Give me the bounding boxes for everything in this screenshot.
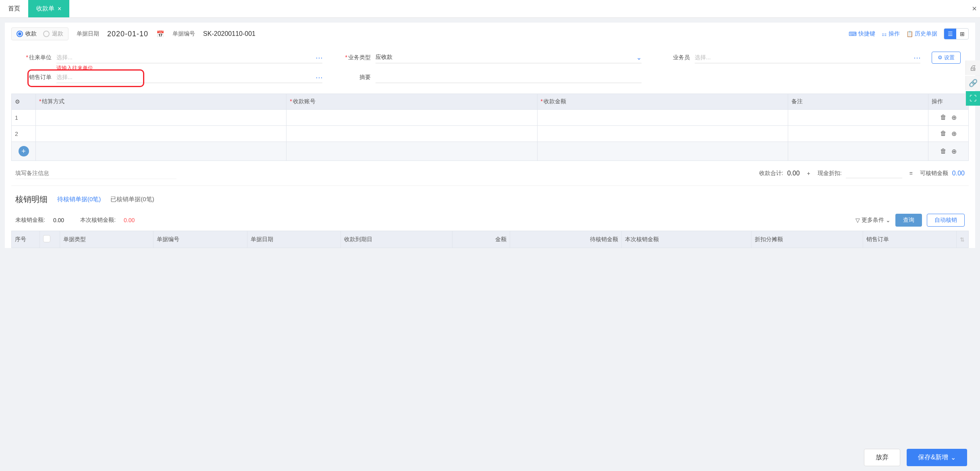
add-icon[interactable]: ⊕ — [951, 130, 957, 138]
expand-icon[interactable]: ⛶ — [965, 91, 980, 106]
col-sales-order: 销售订单 — [863, 231, 956, 248]
col-remark: 备注 — [788, 94, 928, 110]
docno-value: SK-20200110-001 — [203, 30, 255, 38]
settings-button[interactable]: ⚙ 设置 — [932, 52, 961, 64]
row-number: 2 — [12, 126, 36, 142]
add-row-button[interactable]: + — [19, 146, 29, 156]
tab-receipt[interactable]: 收款单 × — [28, 0, 69, 17]
total-value: 0.00 — [787, 170, 799, 177]
auto-writeoff-button[interactable]: 自动核销 — [927, 214, 965, 227]
writeoff-header: 核销明细 待核销单据(0笔) 已核销单据(0笔) — [11, 186, 969, 210]
table-row: 2 🗑⊕ — [12, 126, 969, 142]
writeoff-label: 可核销金额 — [920, 170, 948, 177]
cell-acct[interactable] — [287, 126, 537, 142]
partner-input[interactable] — [56, 52, 322, 63]
history-label: 历史单据 — [915, 30, 937, 38]
list-icon: 📋 — [906, 31, 913, 37]
col-this-amt: 本次核销金额 — [622, 231, 751, 248]
shortcut-button[interactable]: ⌨ 快捷键 — [849, 30, 875, 38]
ellipsis-icon[interactable]: ⋯ — [316, 73, 322, 82]
salesorder-input[interactable] — [56, 71, 322, 83]
payment-table: ⚙ *结算方式 *收款账号 *收款金额 备注 操作 1 🗑⊕ 2 — [11, 94, 969, 161]
writeoff-table: 序号 单据类型 单据编号 单据日期 收款到期日 金额 待核销金额 本次核销金额 … — [11, 231, 969, 248]
col-sort[interactable]: ⇅ — [957, 231, 969, 248]
cell-amt[interactable] — [537, 110, 788, 126]
docno-label: 单据编号 — [172, 30, 195, 38]
col-amt: 金额 — [453, 231, 510, 248]
col-doctype: 单据类型 — [60, 231, 154, 248]
cell-amt[interactable] — [537, 126, 788, 142]
clerk-field: 业务员 ⋯ ⚙ 设置 — [658, 52, 961, 63]
gear-header[interactable]: ⚙ — [12, 94, 36, 110]
tab-pending-writeoff[interactable]: 待核销单据(0笔) — [57, 196, 101, 203]
chevron-down-icon[interactable]: ⌄ — [636, 54, 642, 61]
partner-error: 请输入往来单位 — [56, 65, 93, 72]
date-value[interactable]: 2020-01-10 — [107, 30, 148, 38]
ellipsis-icon[interactable]: ⋯ — [914, 53, 920, 62]
writeoff-value: 0.00 — [952, 170, 965, 177]
tab-label: 收款单 — [36, 5, 54, 13]
add-icon[interactable]: ⊕ — [951, 114, 957, 121]
clerk-input[interactable] — [695, 52, 920, 63]
main-panel: 收款 退款 单据日期 2020-01-10 📅 单据编号 SK-20200110… — [5, 23, 975, 248]
cell-remark[interactable] — [788, 126, 928, 142]
header-row: 收款 退款 单据日期 2020-01-10 📅 单据编号 SK-20200110… — [11, 27, 969, 45]
summary-input[interactable] — [376, 71, 642, 83]
salesorder-label: 销售订单 — [19, 74, 52, 81]
col-amt: *收款金额 — [537, 94, 788, 110]
view-compact-button[interactable]: ☰ — [944, 29, 956, 39]
query-button[interactable]: 查询 — [895, 214, 922, 227]
operate-button[interactable]: ⚏ 操作 — [882, 30, 900, 38]
unwriteoff-value: 0.00 — [53, 217, 64, 223]
col-checkbox[interactable] — [40, 231, 60, 248]
printer-icon[interactable]: 🖨 — [965, 60, 980, 75]
col-acct: *收款账号 — [287, 94, 537, 110]
total-label: 收款合计: — [759, 170, 783, 177]
tab-home[interactable]: 首页 — [0, 0, 28, 17]
history-button[interactable]: 📋 历史单据 — [906, 30, 937, 38]
col-docno: 单据编号 — [154, 231, 247, 248]
thiswriteoff-label: 本次核销金额: — [80, 217, 116, 224]
delete-icon[interactable]: 🗑 — [940, 130, 947, 138]
sort-icon: ⇅ — [960, 236, 965, 243]
cell-acct[interactable] — [287, 110, 537, 126]
tab-done-writeoff[interactable]: 已核销单据(0笔) — [110, 196, 154, 203]
tab-bar: 首页 收款单 × × — [0, 0, 980, 18]
discount-input[interactable] — [846, 169, 902, 178]
close-icon[interactable]: × — [58, 5, 61, 13]
radio-receive[interactable]: 收款 — [17, 30, 37, 38]
delete-icon[interactable]: 🗑 — [940, 148, 947, 155]
summary-row: 收款合计: 0.00 + 现金折扣: = 可核销金额 0.00 — [11, 161, 969, 186]
keyboard-icon: ⌨ — [849, 31, 857, 37]
grid-icon: ⚏ — [882, 31, 887, 37]
summary-label: 摘要 — [338, 74, 371, 81]
clerk-label: 业务员 — [658, 54, 690, 61]
ellipsis-icon[interactable]: ⋯ — [316, 53, 322, 62]
cell-remark[interactable] — [788, 110, 928, 126]
more-filter-button[interactable]: ▽ 更多条件 ⌄ — [855, 217, 891, 224]
checkbox-icon[interactable] — [43, 235, 50, 242]
col-disc-alloc: 折扣分摊额 — [751, 231, 863, 248]
settings-label: 设置 — [944, 54, 955, 61]
cell-settle[interactable] — [36, 126, 287, 142]
view-detail-button[interactable]: ⊞ — [956, 29, 968, 39]
biztype-input[interactable] — [376, 52, 642, 63]
col-duedate: 收款到期日 — [341, 231, 453, 248]
radio-label: 退款 — [52, 30, 63, 38]
radio-refund[interactable]: 退款 — [43, 30, 63, 38]
writeoff-title: 核销明细 — [15, 194, 48, 205]
cell-settle[interactable] — [36, 110, 287, 126]
row-number: 1 — [12, 110, 36, 126]
close-all-icon[interactable]: × — [972, 4, 977, 13]
calendar-icon[interactable]: 📅 — [156, 30, 164, 38]
col-action: 操作 — [928, 94, 969, 110]
remark-input[interactable] — [15, 167, 176, 179]
gear-icon: ⚙ — [15, 98, 20, 105]
col-pending-amt: 待核销金额 — [510, 231, 622, 248]
filter-icon: ▽ — [855, 217, 860, 223]
delete-icon[interactable]: 🗑 — [940, 114, 947, 121]
col-settle: *结算方式 — [36, 94, 287, 110]
radio-label: 收款 — [25, 30, 37, 38]
add-icon[interactable]: ⊕ — [951, 148, 957, 155]
link-icon[interactable]: 🔗 — [965, 76, 980, 90]
